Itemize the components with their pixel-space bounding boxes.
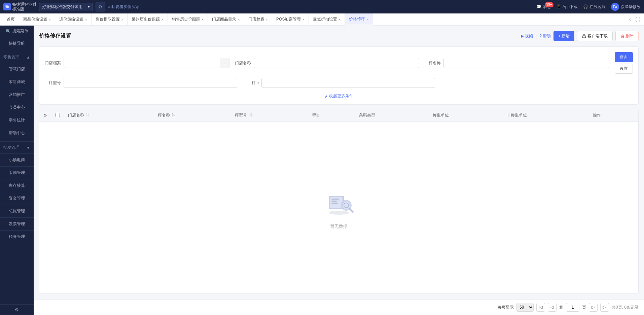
tab-close-icon[interactable]: × (302, 18, 304, 22)
tab-close-icon[interactable]: × (338, 18, 341, 22)
tab-close-all-icon[interactable]: × (626, 17, 634, 22)
table-th-check (51, 109, 64, 122)
set-button[interactable]: 设置 (615, 64, 633, 74)
store-name-field: 门店名称 (235, 58, 420, 68)
sidebar-section-wholesale-title[interactable]: 批发管理 ▼ (0, 142, 34, 154)
scale-ip-label: 秤ip (243, 80, 259, 86)
tab-close-icon[interactable]: × (266, 18, 268, 22)
demo-link[interactable]: ○ 我要看实例演示 (108, 4, 140, 10)
store-profile-input[interactable] (64, 58, 220, 68)
version-selector[interactable]: 好业财标准版交付试用 ▾ (39, 3, 93, 11)
sidebar-item-finance[interactable]: 资金管理 (0, 192, 34, 205)
svg-rect-7 (331, 199, 339, 200)
sidebar-item-retail-stats[interactable]: 零售统计 (0, 114, 34, 127)
sort-icon[interactable]: ⇅ (172, 113, 175, 117)
sidebar-item-retail-mall[interactable]: 零售商城 (0, 75, 34, 88)
sidebar-item-help-center[interactable]: 帮助中心 (0, 127, 34, 139)
table-header: ⚙ 门店名称 ⇅ 秤名称 ⇅ (39, 109, 638, 122)
sidebar-section-retail-title[interactable]: 零售管理 ▲ (0, 52, 34, 63)
help-link[interactable]: ? 帮助 (539, 33, 551, 39)
add-button[interactable]: + 新增 (553, 31, 574, 41)
scale-model-label: 秤型号 (45, 80, 61, 86)
video-link[interactable]: ▶ 视频 (521, 33, 533, 39)
store-profile-addon[interactable]: … (220, 58, 229, 68)
table-th-action: 操作 (589, 109, 638, 122)
page-size-select[interactable]: 50 10 20 100 (516, 303, 534, 312)
tab-store-catalog[interactable]: 门店商品目录 × (208, 13, 244, 26)
tab-close-icon[interactable]: × (202, 18, 204, 22)
tab-close-icon[interactable]: × (49, 18, 51, 22)
data-table-wrapper: ⚙ 门店名称 ⇅ 秤名称 ⇅ (39, 109, 639, 294)
first-page-btn[interactable]: |◁ (536, 303, 545, 312)
scale-name-input[interactable] (443, 58, 609, 68)
sidebar-item-purchase[interactable]: 采购管理 (0, 167, 34, 179)
user-info[interactable]: Ea 徐泽华修改 (611, 3, 641, 11)
sidebar-item-smart-store[interactable]: 智慧门店 (0, 63, 34, 75)
tab-close-icon[interactable]: × (366, 17, 368, 21)
tab-commodity-price[interactable]: 商品价格设置 × (19, 13, 55, 26)
chevron-down-icon: ▼ (26, 145, 30, 150)
scale-model-input[interactable] (64, 78, 237, 88)
chevron-up-icon: ▲ (26, 55, 30, 60)
video-icon: ▶ (521, 34, 524, 38)
play-icon: ○ (108, 4, 110, 9)
last-page-btn[interactable]: ▷| (600, 303, 609, 312)
page-actions: ▶ 视频 | ? 帮助 + 新增 凸 客户端下载 自 删除 (521, 31, 639, 41)
sidebar-item-inventory[interactable]: 库存核算 (0, 179, 34, 192)
tab-close-icon[interactable]: × (85, 18, 87, 22)
page-content: 价格传秤设置 ▶ 视频 | ? 帮助 + 新增 凸 客户端下载 (34, 26, 644, 299)
sidebar-item-small-ecom[interactable]: 小畅电商 (0, 154, 34, 167)
page-number-input[interactable] (566, 303, 579, 312)
table-th-non-weigh-unit: 非称重单位 (503, 109, 589, 122)
store-name-input[interactable] (254, 58, 420, 68)
sidebar-item-tax[interactable]: 税务管理 (0, 231, 34, 243)
tab-price-scale[interactable]: 价格传秤 × (345, 13, 373, 26)
table-th-weigh-unit: 称重单位 (429, 109, 503, 122)
sort-icon[interactable]: ⇅ (86, 113, 89, 117)
query-button[interactable]: 查询 (615, 52, 633, 62)
table-th-scale-model: 秤型号 ⇅ (231, 109, 308, 122)
message-icon: 💬 (536, 4, 541, 9)
tab-home[interactable]: 首页 (3, 13, 19, 26)
tab-store-profile[interactable]: 门店档案 × (244, 13, 272, 26)
app-download-btn[interactable]: 📱 App下载 (556, 4, 578, 10)
content-area: 价格传秤设置 ▶ 视频 | ? 帮助 + 新增 凸 客户端下载 (34, 26, 644, 315)
collapse-btn[interactable]: ∧ 收起更多条件 (45, 92, 633, 99)
form-row-2: 秤型号 秤ip (45, 78, 633, 88)
delete-button[interactable]: 自 删除 (615, 31, 639, 41)
scale-ip-input[interactable] (261, 78, 435, 88)
scale-ip-field: 秤ip (243, 78, 435, 88)
prev-page-btn[interactable]: ◁ (548, 303, 557, 312)
download-button[interactable]: 凸 客户端下载 (577, 31, 612, 41)
sidebar-settings-btn[interactable]: ⚙ (0, 304, 34, 315)
search-form: 门店档案 … 门店名称 秤名称 (39, 46, 639, 105)
tab-close-icon[interactable]: × (121, 18, 123, 22)
app-title: 畅捷通好业财 标准版 (12, 2, 36, 12)
tab-sale-history[interactable]: 销售历史价跟踪 × (168, 13, 208, 26)
next-page-btn[interactable]: ▷ (589, 303, 598, 312)
sidebar-item-general-ledger[interactable]: 总账管理 (0, 205, 34, 218)
select-all-checkbox[interactable] (56, 113, 60, 117)
tab-min-discount[interactable]: 最低折扣设置 × (309, 13, 345, 26)
tab-close-icon[interactable]: × (161, 18, 163, 22)
settings-icon[interactable]: ⚙ (43, 113, 47, 118)
scale-name-label: 秤名称 (425, 60, 441, 66)
sidebar-item-quick-nav[interactable]: 快捷导航 (0, 37, 34, 50)
tab-fullscreen-icon[interactable]: ⛶ (634, 17, 641, 22)
tab-pos-manage[interactable]: POS加密管理 × (272, 13, 309, 26)
sidebar-item-marketing[interactable]: 营销推广 (0, 88, 34, 101)
sort-icon[interactable]: ⇅ (249, 113, 252, 117)
sidebar-search[interactable]: 🔍 搜索菜单 (0, 26, 34, 37)
settings-icon[interactable]: ⚙ (96, 2, 105, 11)
online-service-btn[interactable]: 🎧 在线客服 (583, 4, 606, 10)
tab-purchase-history[interactable]: 采购历史价跟踪 × (128, 13, 168, 26)
top-bar: 畅 畅捷通好业财 标准版 好业财标准版交付试用 ▾ ⚙ ○ 我要看实例演示 💬 … (0, 0, 644, 13)
tab-close-icon[interactable]: × (238, 18, 240, 22)
message-btn[interactable]: 💬 消息 99+ (536, 4, 551, 10)
empty-state: 暂无数据 (39, 122, 638, 293)
sidebar-item-invoice[interactable]: 发票管理 (0, 218, 34, 231)
sidebar-item-member[interactable]: 会员中心 (0, 101, 34, 114)
tab-sale-price[interactable]: 售价提取设置 × (92, 13, 128, 26)
table-th-settings: ⚙ (39, 109, 51, 122)
tab-purchase-strategy[interactable]: 进价策略设置 × (55, 13, 91, 26)
